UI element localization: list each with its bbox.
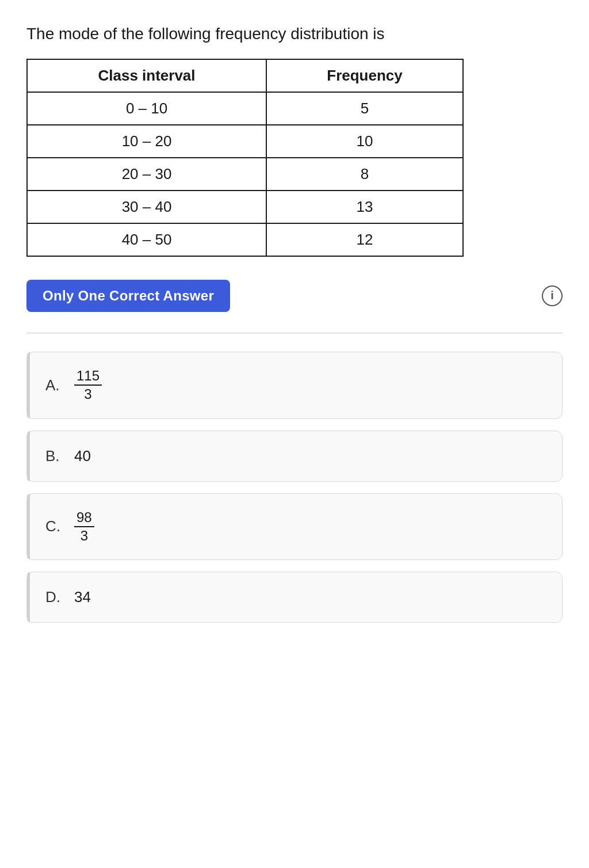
cell-frequency: 8 bbox=[266, 158, 463, 191]
numerator: 115 bbox=[74, 368, 102, 386]
denominator: 3 bbox=[78, 527, 90, 543]
table-row: 0 – 10 5 bbox=[27, 92, 463, 125]
col-header-interval: Class interval bbox=[27, 59, 266, 92]
fraction: 98 3 bbox=[74, 510, 94, 544]
option-label-1: B. bbox=[45, 447, 74, 465]
only-one-correct-badge: Only One Correct Answer bbox=[26, 280, 230, 312]
option-value-0: 115 3 bbox=[74, 368, 102, 402]
cell-interval: 30 – 40 bbox=[27, 191, 266, 223]
table-row: 30 – 40 13 bbox=[27, 191, 463, 223]
frequency-table: Class interval Frequency 0 – 10 5 10 – 2… bbox=[26, 59, 464, 257]
fraction: 115 3 bbox=[74, 368, 102, 402]
cell-interval: 40 – 50 bbox=[27, 223, 266, 256]
question-text: The mode of the following frequency dist… bbox=[26, 23, 563, 45]
option-card-b[interactable]: B.40 bbox=[26, 431, 563, 482]
cell-interval: 20 – 30 bbox=[27, 158, 266, 191]
option-value-1: 40 bbox=[74, 447, 91, 465]
col-header-frequency: Frequency bbox=[266, 59, 463, 92]
cell-interval: 10 – 20 bbox=[27, 125, 266, 158]
cell-interval: 0 – 10 bbox=[27, 92, 266, 125]
badge-row: Only One Correct Answer i bbox=[26, 280, 563, 312]
info-icon[interactable]: i bbox=[542, 285, 563, 306]
option-card-c[interactable]: C. 98 3 bbox=[26, 493, 563, 561]
option-card-a[interactable]: A. 115 3 bbox=[26, 352, 563, 419]
table-row: 40 – 50 12 bbox=[27, 223, 463, 256]
cell-frequency: 12 bbox=[266, 223, 463, 256]
option-value-2: 98 3 bbox=[74, 510, 94, 544]
option-value-3: 34 bbox=[74, 588, 91, 606]
table-row: 10 – 20 10 bbox=[27, 125, 463, 158]
table-row: 20 – 30 8 bbox=[27, 158, 463, 191]
divider bbox=[26, 333, 563, 333]
option-label-3: D. bbox=[45, 588, 74, 606]
cell-frequency: 10 bbox=[266, 125, 463, 158]
numerator: 98 bbox=[74, 510, 94, 527]
cell-frequency: 5 bbox=[266, 92, 463, 125]
option-label-0: A. bbox=[45, 376, 74, 394]
denominator: 3 bbox=[82, 386, 94, 402]
option-label-2: C. bbox=[45, 517, 74, 535]
cell-frequency: 13 bbox=[266, 191, 463, 223]
option-card-d[interactable]: D.34 bbox=[26, 572, 563, 623]
options-container: A. 115 3 B.40C. 98 3 D.34 bbox=[26, 352, 563, 623]
